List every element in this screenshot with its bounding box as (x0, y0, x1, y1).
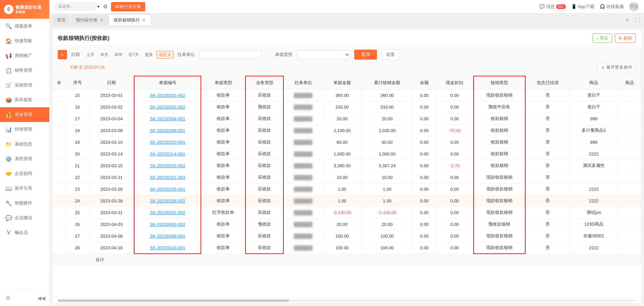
bill-no-link[interactable]: SK-20230308-001 (150, 128, 185, 133)
bill-no-link[interactable]: SK-20230328-001 (150, 187, 185, 192)
sidebar-item-marketing[interactable]: 📢 营销推广 (0, 48, 49, 63)
bill-no-link[interactable]: SK-20230331-002 (150, 210, 185, 215)
refresh-btn[interactable]: ↻ 刷新 (615, 34, 636, 43)
sidebar-item-search-menu[interactable]: 🔍 搜索菜单 (0, 19, 49, 34)
bill-no-link[interactable]: SK-20230418-001 (150, 245, 185, 250)
bill-no-link[interactable]: SK-20230321-003 (150, 175, 185, 180)
sidebar-item-finance[interactable]: 💰 资金管理 (0, 107, 49, 122)
total-cumulative (362, 254, 413, 265)
tab-close-prepay[interactable]: ✕ (100, 17, 104, 23)
bill-no-link[interactable]: SK-20230302-002 (150, 105, 185, 110)
col-header-settings[interactable]: ⚙ (52, 76, 66, 89)
date-quick-btns: 上月 本月 本年 近7天 更多 自定义 (84, 51, 173, 59)
this-month-btn[interactable]: 本月 (98, 51, 111, 59)
cell-bill-type: 收款单 (201, 101, 246, 113)
sidebar-item-quick-nav[interactable]: 🏠 快捷导航 (0, 34, 49, 48)
settings-icon[interactable]: ⚙ (3, 293, 13, 303)
cell-discount: 0.00 (436, 148, 474, 160)
export-btn[interactable]: ↑ 导出 (593, 34, 612, 43)
expand-conditions-btn[interactable]: ∨ 展开更多条件 (598, 63, 636, 72)
this-year-btn[interactable]: 本年 (112, 51, 125, 59)
cell-settings[interactable] (52, 89, 66, 101)
sidebar-item-hardware[interactable]: 🔧 智能硬件 (0, 196, 49, 210)
partner-value: ██████ (294, 210, 312, 215)
sidebar-icon-inventory: 📦 (5, 97, 12, 103)
tab-prepay[interactable]: 预付应付单✕ (71, 15, 108, 25)
horizontal-scrollbar[interactable] (58, 299, 636, 302)
sidebar-item-purchase[interactable]: 🛒 采购管理 (0, 78, 49, 93)
cell-incl-settled: 否 (525, 172, 570, 183)
cell-settings[interactable] (52, 207, 66, 219)
sidebar-item-wechat[interactable]: 💬 企业微信 (0, 210, 49, 225)
bill-no-link[interactable]: SK-20230328-002 (150, 198, 185, 203)
query-btn[interactable]: 查询 (354, 50, 377, 60)
cell-date: 2023-03-15 (89, 160, 134, 172)
cell-settings[interactable] (52, 183, 66, 195)
bill-no-link[interactable]: SK-20230315-002 (150, 163, 185, 168)
tab-close-collection-exec[interactable]: ✕ (142, 17, 146, 23)
total-amount (323, 254, 362, 265)
cell-no: 26 (66, 219, 89, 230)
user-avatar[interactable]: Rit (629, 2, 639, 11)
cell-settings[interactable] (52, 219, 66, 230)
cell-incl-settled: 否 (525, 148, 570, 160)
sidebar-item-guide[interactable]: 📖 新手引导 (0, 181, 49, 196)
cell-discount: 0.00 (436, 230, 474, 242)
filter-row-1: » 日期 上月 本月 本年 近7天 更多 自定义 往来单位 ... 单据类型 查… (58, 49, 636, 60)
sidebar: 6 畅康道好生意 标推版 🔍 搜索菜单 🏠 快捷导航 📢 营销推广 📋 销售管理… (0, 0, 50, 306)
bill-no-link[interactable]: SK-20230314-001 (150, 151, 185, 157)
org-selector-value[interactable]: 请选择... (55, 3, 95, 10)
tab-home[interactable]: 首页 (52, 15, 70, 25)
sidebar-item-inventory[interactable]: 📦 库存核算 (0, 93, 49, 107)
cell-incl-settled: 否 (525, 125, 570, 136)
sidebar-item-operations[interactable]: 📊 经营管理 (0, 122, 49, 137)
table-row: 22 2023-03-21 SK-20230321-003 收款单 应收款 ██… (52, 172, 641, 183)
online-service-btn[interactable]: 🎧 在线客服 (600, 4, 624, 10)
cell-settings[interactable] (52, 160, 66, 172)
avatar-text: Rit (630, 3, 638, 10)
more-dates-btn[interactable]: 更多 (143, 51, 155, 59)
bill-no-link[interactable]: SK-20230301-002 (150, 93, 185, 98)
tab-collection-exec[interactable]: 收款核销执行✕ (109, 15, 151, 25)
last-month-btn[interactable]: 上月 (84, 51, 97, 59)
cell-settings[interactable] (52, 136, 66, 148)
topbar-gear-icon[interactable]: ⚙ (103, 3, 108, 10)
messages-btn[interactable]: 💬 消息 99+ (539, 4, 566, 10)
bill-no-link[interactable]: SK-20230403-002 (150, 222, 185, 227)
selector-arrow-icon[interactable]: ▾ (97, 4, 100, 9)
bill-no-link[interactable]: SK-20230304-001 (150, 116, 185, 121)
sidebar-label-guide: 新手引导 (15, 185, 32, 191)
bill-no-link[interactable]: SK-20230408-001 (150, 234, 185, 239)
partner-input[interactable] (199, 51, 261, 59)
bill-no-link[interactable]: SK-20230310-001 (150, 140, 185, 145)
cell-settings[interactable] (52, 101, 66, 113)
scrollbar-thumb[interactable] (58, 299, 289, 302)
sidebar-item-member[interactable]: V 畅会员 (0, 225, 49, 240)
custom-date-btn[interactable]: 自定义 (157, 51, 173, 59)
cell-bill-type: 收款单 (201, 160, 246, 172)
collapse-icon[interactable]: ◀◀ (37, 293, 46, 303)
cell-no: 21 (66, 160, 89, 172)
close-tab-icon[interactable]: ✕ (623, 16, 631, 24)
filter-setting-btn[interactable]: 设置 (381, 49, 400, 60)
sidebar-item-system[interactable]: ⚙️ 系统管理 (0, 151, 49, 166)
cell-settings[interactable] (52, 172, 66, 183)
total-bill-no (134, 254, 201, 265)
cell-settings[interactable] (52, 195, 66, 207)
app-download-btn[interactable]: 📱 App下载 (571, 4, 594, 10)
sidebar-item-corp[interactable]: 🤝 企业协同 (0, 166, 49, 181)
cell-settings[interactable] (52, 125, 66, 136)
last-7-days-btn[interactable]: 近7天 (126, 51, 141, 59)
cell-settings[interactable] (52, 230, 66, 242)
maximize-icon[interactable]: ⛶ (633, 16, 641, 24)
cell-settings[interactable] (52, 113, 66, 125)
cell-settings[interactable] (52, 242, 66, 254)
sidebar-item-sales[interactable]: 📋 销售管理 (0, 63, 49, 78)
sidebar-item-basic-info[interactable]: 📁 基础信息 (0, 137, 49, 151)
cell-goods2 (618, 219, 641, 230)
cell-verify-type: 现款收款核销 (474, 207, 525, 219)
filter-toggle-btn[interactable]: » (58, 50, 67, 59)
solution-btn[interactable]: 体验行业方案 (111, 2, 145, 11)
cell-settings[interactable] (52, 148, 66, 160)
bill-type-select[interactable] (297, 50, 350, 59)
